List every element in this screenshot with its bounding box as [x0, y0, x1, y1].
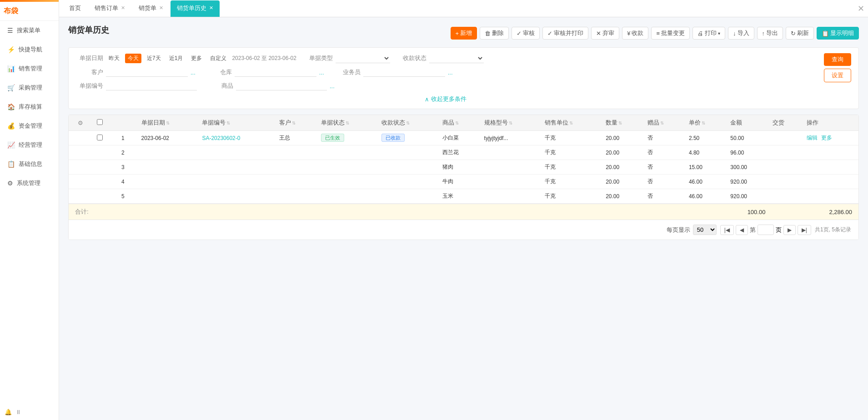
page-input[interactable]: 1 — [758, 225, 774, 235]
sidebar-item-search-menu[interactable]: ☰ 搜索菜单 — [0, 21, 59, 40]
col-gift[interactable]: 赠品⇅ — [643, 115, 684, 131]
col-settings[interactable]: ⚙ — [69, 115, 92, 131]
tab-sales-order[interactable]: 销售订单 ✕ — [88, 0, 131, 17]
gear-icon[interactable]: ⚙ — [78, 120, 83, 126]
col-unit[interactable]: 销售单位⇅ — [540, 115, 601, 131]
col-rowno — [117, 115, 137, 131]
date-btn-today[interactable]: 今天 — [125, 54, 141, 63]
date-btn-more[interactable]: 更多 — [188, 54, 205, 63]
warehouse-input[interactable] — [235, 68, 316, 77]
more-link[interactable]: 更多 — [821, 134, 832, 142]
col-qty[interactable]: 数量⇅ — [601, 115, 642, 131]
last-page-btn[interactable]: ▶| — [798, 225, 811, 235]
col-trade: 交货 — [768, 115, 802, 131]
row-checkbox[interactable] — [97, 135, 103, 140]
customer-dots[interactable]: ... — [191, 69, 196, 76]
date-btn-1month[interactable]: 近1月 — [166, 54, 186, 63]
col-doc-no[interactable]: 单据编号⇅ — [197, 115, 275, 131]
row-unit: 千克 — [540, 131, 601, 145]
sidebar-item-inventory[interactable]: 🏠 库存核算 — [0, 97, 59, 116]
row-settings — [69, 189, 92, 204]
collect-button[interactable]: ¥ 收款 — [622, 27, 648, 40]
filter-goods: 商品 ... — [206, 81, 335, 90]
settings-button[interactable]: 设置 — [824, 69, 851, 82]
import-button[interactable]: ↓ 导入 — [728, 27, 754, 40]
row-doc-no[interactable] — [197, 175, 275, 189]
print-button[interactable]: 🖨 打印 ▾ — [692, 27, 725, 40]
footer-label: 合计: — [75, 208, 89, 216]
doc-type-select[interactable] — [336, 53, 390, 63]
date-btn-yesterday[interactable]: 昨天 — [106, 54, 122, 63]
col-goods[interactable]: 商品⇅ — [438, 115, 479, 131]
sidebar-item-quick-nav[interactable]: ⚡ 快捷导航 — [0, 40, 59, 59]
prev-page-btn[interactable]: ◀ — [736, 225, 748, 235]
batch-change-button[interactable]: ≡ 批量变更 — [651, 27, 690, 40]
close-all-tabs[interactable]: ✕ — [858, 4, 864, 14]
customer-input[interactable] — [106, 68, 188, 77]
tab-home[interactable]: 首页 — [63, 0, 87, 17]
sidebar-item-finance-mgmt[interactable]: 💰 资金管理 — [0, 116, 59, 135]
filter-salesperson: 业务员 ... — [333, 68, 453, 77]
goods-dots[interactable]: ... — [330, 83, 335, 90]
page-size-select[interactable]: 50 100 200 — [693, 225, 717, 235]
col-spec[interactable]: 规格型号⇅ — [480, 115, 541, 131]
tab-delivery-close[interactable]: ✕ — [159, 5, 163, 11]
page-size: 每页显示 50 100 200 — [667, 225, 717, 235]
tab-delivery-history[interactable]: 销货单历史 ✕ — [171, 0, 220, 17]
row-goods: 牛肉 — [438, 175, 479, 189]
row-gift: 否 — [643, 175, 684, 189]
row-doc-no[interactable] — [197, 160, 275, 175]
doc-no-input[interactable] — [106, 81, 197, 90]
date-range-text: 2023-06-02 至 2023-06-02 — [232, 55, 296, 62]
export-button[interactable]: ↑ 导出 — [757, 27, 783, 40]
sidebar-item-sales-mgmt[interactable]: 📊 销售管理 — [0, 59, 59, 78]
warehouse-dots[interactable]: ... — [319, 69, 324, 76]
date-btn-7days[interactable]: 近7天 — [144, 54, 164, 63]
abandon-button[interactable]: ✕ 弃审 — [591, 27, 619, 40]
show-detail-button[interactable]: 📋 显示明细 — [817, 27, 859, 40]
sidebar-bottom-icon2[interactable]: ⏸ — [15, 409, 21, 415]
sidebar-item-sys-mgmt[interactable]: ⚙ 系统管理 — [0, 174, 59, 193]
row-doc-date: 2023-06-02 — [137, 131, 198, 145]
table-header-row: ⚙ 单据日期⇅ 单据编号⇅ 客户⇅ 单据状态⇅ 收款状态⇅ 商品⇅ 规格型号⇅ … — [69, 115, 858, 131]
goods-input[interactable] — [236, 81, 327, 90]
sidebar-item-basic-info[interactable]: 📋 基础信息 — [0, 155, 59, 174]
tab-sales-order-close[interactable]: ✕ — [121, 5, 125, 11]
col-unit-price[interactable]: 单价⇅ — [684, 115, 726, 131]
query-button[interactable]: 查询 — [824, 53, 851, 66]
next-page-btn[interactable]: ▶ — [783, 225, 796, 235]
audit-print-button[interactable]: ✓ 审核并打印 — [542, 27, 588, 40]
salesperson-dots[interactable]: ... — [448, 69, 453, 76]
row-customer — [275, 175, 316, 189]
row-unit: 千克 — [540, 189, 601, 204]
new-button[interactable]: + 新增 — [451, 27, 477, 40]
tab-delivery-history-close[interactable]: ✕ — [209, 5, 213, 11]
col-collect-status[interactable]: 收款状态⇅ — [377, 115, 438, 131]
col-customer[interactable]: 客户⇅ — [275, 115, 316, 131]
date-label: 单据日期 — [76, 54, 103, 62]
sidebar-item-label: 系统管理 — [17, 179, 40, 187]
audit-button[interactable]: ✓ 审核 — [512, 27, 540, 40]
date-btn-custom[interactable]: 自定义 — [207, 54, 229, 63]
sort-icon-spec: ⇅ — [509, 120, 512, 125]
row-doc-no[interactable] — [197, 189, 275, 204]
sidebar-item-ops-mgmt[interactable]: 📈 经营管理 — [0, 135, 59, 155]
col-amount: 金额 — [726, 115, 768, 131]
sidebar-bottom-icon1[interactable]: 🔔 — [5, 409, 12, 415]
first-page-btn[interactable]: |◀ — [720, 225, 734, 235]
edit-link[interactable]: 编辑 — [807, 134, 818, 142]
tab-delivery[interactable]: 销货单 ✕ — [132, 0, 170, 17]
salesperson-input[interactable] — [363, 68, 445, 77]
new-icon: + — [456, 30, 459, 37]
delete-button[interactable]: 🗑 删除 — [480, 27, 509, 40]
collapse-btn[interactable]: ∧ 收起更多条件 — [425, 95, 467, 103]
collect-status-select[interactable] — [429, 53, 484, 63]
row-doc-no[interactable]: SA-20230602-0 — [197, 131, 275, 145]
checkbox-all[interactable] — [97, 119, 103, 125]
doc-no-link[interactable]: SA-20230602-0 — [202, 135, 240, 141]
refresh-button[interactable]: ↻ 刷新 — [786, 27, 814, 40]
col-doc-date[interactable]: 单据日期⇅ — [137, 115, 198, 131]
row-doc-no[interactable] — [197, 145, 275, 160]
sidebar-item-purchase-mgmt[interactable]: 🛒 采购管理 — [0, 78, 59, 97]
col-doc-status[interactable]: 单据状态⇅ — [316, 115, 377, 131]
